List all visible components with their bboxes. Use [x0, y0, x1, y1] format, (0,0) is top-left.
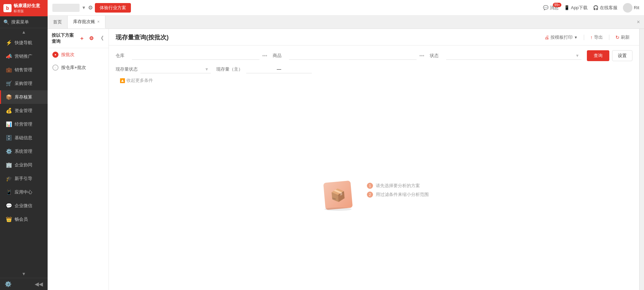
- collapse-panel-btn[interactable]: 《: [97, 35, 104, 42]
- sidebar-scroll-up[interactable]: ▲: [0, 28, 48, 36]
- left-panel-title: 按以下方案查询: [52, 32, 78, 44]
- scheme-active-icon: ●: [52, 52, 58, 58]
- logo-icon: b: [3, 4, 12, 12]
- system-icon: ⚙️: [6, 148, 12, 155]
- filter-row-2: 现存量状态 ▼ 现存量（主） —: [116, 65, 632, 73]
- sidebar-item-label: 畅会员: [15, 216, 28, 222]
- print-btn[interactable]: 🖨 按模板打印 ▼: [542, 33, 580, 42]
- sidebar-header: b 畅康通好生意 标准版: [0, 0, 48, 16]
- sidebar-item-label: 应用中心: [15, 189, 32, 195]
- print-icon: 🖨: [544, 35, 549, 40]
- stock-status-arrow: ▼: [205, 67, 209, 72]
- status-label: 状态: [430, 53, 443, 59]
- tab-close-icon[interactable]: ×: [97, 19, 100, 24]
- sidebar-item-label: 新手引导: [15, 176, 32, 182]
- query-button[interactable]: 查询: [587, 50, 609, 61]
- left-panel: 按以下方案查询 ＋ ⚙ 《 ● 按批次 ○ 按仓库+批次: [48, 29, 109, 290]
- sidebar-scroll-down[interactable]: ▼: [0, 270, 48, 278]
- sidebar-item-label: 销售管理: [15, 67, 32, 73]
- refresh-icon: ↻: [615, 35, 620, 40]
- settings-icon[interactable]: ⚙️: [5, 281, 12, 287]
- sidebar-item-members[interactable]: 👑 畅会员: [0, 213, 48, 226]
- tab-bar: 首页 库存批次账 × ×: [48, 16, 644, 29]
- sidebar-item-appstore[interactable]: 📱 应用中心: [0, 185, 48, 199]
- settings-scheme-btn[interactable]: ⚙: [87, 35, 95, 42]
- sidebar-item-marketing[interactable]: 📣 营销推广: [0, 50, 48, 63]
- hint-2-text: 用过滤条件来缩小分析范围: [376, 192, 429, 198]
- marketing-icon: 📣: [6, 53, 12, 59]
- sidebar-item-wechat[interactable]: 💬 企业微信: [0, 199, 48, 213]
- scheme-item-label: 按批次: [61, 52, 74, 58]
- sales-icon: 💼: [6, 67, 12, 73]
- topbar: ▼ ⚙ 体验行业方案 💬 消息 99+ 📱 App下载 🎧 在线客服 Rit: [48, 0, 644, 16]
- online-service-btn[interactable]: 🎧 在线客服: [593, 5, 617, 11]
- page-title: 现存量查询(按批次): [116, 33, 169, 41]
- scheme-item-batch[interactable]: ● 按批次: [48, 48, 108, 61]
- stock-status-select[interactable]: ▼: [140, 66, 211, 73]
- headset-icon: 🎧: [593, 5, 598, 10]
- filter-row-1: 仓库 ••• 商品 ••• 状态 ▼: [116, 50, 632, 61]
- stock-qty-min[interactable]: [248, 67, 275, 72]
- stock-qty-filter: 现存量（主） —: [216, 65, 312, 73]
- messages-btn[interactable]: 💬 消息 99+: [543, 5, 559, 11]
- sidebar-item-newbie[interactable]: 🎓 新手引导: [0, 172, 48, 185]
- sidebar-item-operations[interactable]: 📊 经营管理: [0, 117, 48, 131]
- collapse-sidebar-icon[interactable]: ◀◀: [35, 281, 43, 287]
- tab-home[interactable]: 首页: [48, 16, 68, 29]
- scheme-item-warehouse-batch[interactable]: ○ 按仓库+批次: [48, 61, 108, 74]
- purchase-icon: 🛒: [6, 80, 12, 87]
- page-content: 按以下方案查询 ＋ ⚙ 《 ● 按批次 ○ 按仓库+批次 现存量查询: [48, 29, 644, 290]
- warehouse-more-icon[interactable]: •••: [262, 53, 267, 58]
- topbar-dropdown-icon[interactable]: ▼: [82, 5, 86, 10]
- sidebar-item-inventory[interactable]: 📦 库存核算: [0, 90, 48, 104]
- operations-icon: 📊: [6, 121, 12, 127]
- sidebar-item-system[interactable]: ⚙️ 系统管理: [0, 145, 48, 158]
- tab-bar-close-icon[interactable]: ×: [633, 19, 644, 25]
- sidebar-item-label: 经营管理: [15, 121, 32, 127]
- topbar-gear-icon[interactable]: ⚙: [88, 4, 93, 11]
- sidebar-item-basics[interactable]: 🗄️ 基础信息: [0, 131, 48, 145]
- wechat-icon: 💬: [6, 203, 12, 209]
- tab-inventory-batch[interactable]: 库存批次账 ×: [68, 16, 105, 29]
- print-dropdown-icon[interactable]: ▼: [574, 35, 578, 39]
- export-btn[interactable]: ↑ 导出: [588, 33, 606, 42]
- newbie-icon: 🎓: [6, 176, 12, 182]
- sidebar-item-enterprise[interactable]: 🏢 企业协同: [0, 158, 48, 172]
- hint-1-num: 1: [367, 183, 373, 189]
- right-panel: 现存量查询(按批次) 🖨 按模板打印 ▼ ↑ 导出: [109, 29, 639, 290]
- sidebar-item-label: 资金管理: [15, 108, 32, 114]
- user-avatar[interactable]: Rit: [623, 3, 639, 13]
- stock-qty-max[interactable]: [283, 67, 310, 72]
- export-label: 导出: [594, 34, 603, 40]
- inventory-icon: 📦: [6, 94, 12, 100]
- collapse-up-icon: 🔼: [120, 78, 125, 83]
- sidebar-item-quick-nav[interactable]: ⚡ 快捷导航: [0, 36, 48, 50]
- app-download-btn[interactable]: 📱 App下载: [564, 5, 588, 11]
- status-select[interactable]: ▼: [446, 52, 581, 60]
- sidebar: b 畅康通好生意 标准版 🔍 搜索菜单 ▲ ⚡ 快捷导航 📣 营销推广 💼 销售…: [0, 0, 48, 290]
- right-scrollbar[interactable]: [639, 29, 644, 290]
- product-input[interactable]: [289, 52, 417, 60]
- refresh-btn[interactable]: ↻ 刷新: [613, 33, 632, 42]
- warehouse-input[interactable]: [132, 52, 259, 60]
- sidebar-item-finance[interactable]: 💰 资金管理: [0, 104, 48, 117]
- setting-button[interactable]: 设置: [612, 50, 632, 61]
- page-header: 现存量查询(按批次) 🖨 按模板打印 ▼ ↑ 导出: [109, 29, 639, 46]
- product-more-icon[interactable]: •••: [419, 53, 424, 58]
- enterprise-icon: 🏢: [6, 162, 12, 168]
- members-icon: 👑: [6, 216, 12, 222]
- main-wrapper: ▼ ⚙ 体验行业方案 💬 消息 99+ 📱 App下载 🎧 在线客服 Rit: [48, 0, 644, 290]
- add-scheme-btn[interactable]: ＋: [78, 35, 85, 42]
- app-name: 畅康通好生意: [14, 3, 40, 9]
- hint-2-num: 2: [367, 192, 373, 198]
- sidebar-search-menu[interactable]: 🔍 搜索菜单: [0, 16, 48, 28]
- sidebar-item-purchase[interactable]: 🛒 采购管理: [0, 77, 48, 90]
- warehouse-label: 仓库: [116, 53, 129, 59]
- collapse-more-btn[interactable]: 🔼 收起更多条件: [116, 75, 632, 86]
- collapse-btn-label: 收起更多条件: [126, 77, 153, 84]
- sidebar-item-sales[interactable]: 💼 销售管理: [0, 63, 48, 77]
- experience-btn[interactable]: 体验行业方案: [95, 3, 131, 13]
- status-select-arrow: ▼: [575, 53, 579, 58]
- left-panel-header: 按以下方案查询 ＋ ⚙ 《: [48, 29, 108, 48]
- empty-hint-1: 1 请先选择要分析的方案: [367, 183, 429, 189]
